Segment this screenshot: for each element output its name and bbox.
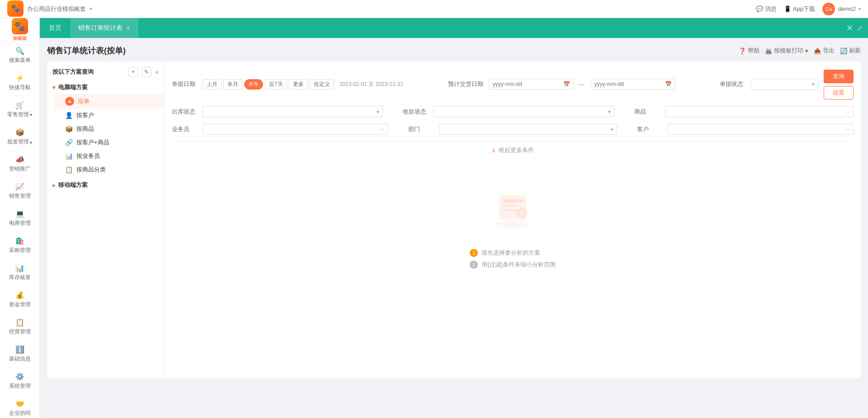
sidebar-item-operations[interactable]: 📋 经营管理 — [0, 314, 39, 341]
username: demo2 — [838, 5, 856, 12]
message-btn[interactable]: 💬 消息 — [756, 5, 777, 13]
ecom-icon: 💻 — [15, 209, 24, 218]
empty-illustration: ? — [486, 186, 540, 240]
sidebar-item-finance-label: 资金管理 — [9, 301, 31, 309]
date-start-input[interactable] — [489, 79, 574, 90]
salesperson-label: 业务员 — [172, 125, 197, 133]
sidebar-item-purchase[interactable]: 🛍️ 采购管理 — [0, 232, 39, 259]
search-btn[interactable]: 查询 — [824, 70, 854, 83]
payment-status-select[interactable] — [434, 106, 614, 117]
sidebar-item-retail[interactable]: 🛒 零售管理 ▾ — [0, 96, 39, 124]
content-area: 首页 销售订单统计表 × ✕ ⤢ 销售订单统计表(按单) ❓ 帮助 — [40, 18, 868, 418]
calendar-start-icon: 📅 — [563, 81, 570, 87]
wholesale-label-wrapper: 批发管理 ▴ — [7, 138, 32, 146]
filter-row-1: 单据日期 上月 本月 本年 近7天 更多 自定义 2023-01-01 至 20… — [172, 69, 854, 100]
tab-close-btn[interactable]: × — [126, 24, 130, 32]
top-bar-left: 🐾 办公用品行业模拟账套 ▾ — [7, 0, 92, 18]
refresh-btn[interactable]: 🔄 刷新 — [840, 47, 861, 55]
tree-item-by-customer-label: 按客户 — [76, 111, 94, 119]
close-window-btn[interactable]: ✕ — [846, 23, 853, 33]
customer-input-wrapper[interactable]: ··· — [668, 124, 854, 135]
tree-parent-mobile[interactable]: ▸ 移动端方案 — [47, 178, 164, 192]
date-end-input[interactable] — [590, 79, 675, 90]
product-label: 商品 — [634, 108, 660, 116]
sidebar-item-finance[interactable]: 💰 资金管理 — [0, 286, 39, 314]
sidebar-item-quick-nav[interactable]: ⚡ 快捷导航 — [0, 69, 39, 96]
logo-icon: 🐾 — [7, 0, 24, 17]
settings-btn[interactable]: 设置 — [824, 86, 854, 100]
sidebar-item-inventory[interactable]: 📊 库存核算 — [0, 259, 39, 286]
salesperson-input-wrapper[interactable]: ··· — [203, 124, 388, 135]
tree-item-by-category[interactable]: 📋 按商品分类 — [54, 163, 164, 176]
date-btn-custom[interactable]: 自定义 — [310, 79, 334, 90]
tree-item-by-product-icon: 📦 — [65, 125, 73, 133]
enterprise-icon: 🤝 — [15, 399, 24, 408]
app-download-btn[interactable]: 📱 App下载 — [784, 5, 815, 13]
refresh-icon: 🔄 — [840, 48, 847, 54]
maximize-btn[interactable]: ⤢ — [857, 24, 863, 33]
customer-dots-icon: ··· — [844, 126, 849, 133]
department-select[interactable] — [439, 124, 617, 135]
sidebar-item-ecom-label: 电商管理 — [9, 219, 31, 227]
export-btn[interactable]: 📤 导出 — [814, 47, 835, 55]
date-dash: — — [579, 81, 585, 88]
sidebar-item-basic[interactable]: ℹ️ 基础信息 — [0, 341, 39, 368]
user-dropdown-icon: ▾ — [859, 6, 861, 11]
sidebar-item-ecom[interactable]: 💻 电商管理 — [0, 205, 39, 232]
tree-item-by-product[interactable]: 📦 按商品 — [54, 122, 164, 136]
tab-home[interactable]: 首页 — [40, 18, 71, 38]
tree-parent-pc-label: 电脑端方案 — [58, 83, 88, 91]
sidebar-item-enterprise[interactable]: 🤝 企业协同 — [0, 395, 39, 418]
page-title: 销售订单统计表(按单) — [47, 45, 126, 56]
empty-hint-2: 2 用[过滤]条件来缩小分析范围 — [470, 261, 555, 269]
edit-scheme-btn[interactable]: ✎ — [142, 67, 151, 77]
sidebar-item-sales[interactable]: 📈 销售管理 — [0, 178, 39, 205]
tree-item-by-cust-prod[interactable]: 🔗 按客户+商品 — [54, 136, 164, 149]
quick-nav-icon: ⚡ — [15, 74, 24, 82]
sidebar-item-sales-label: 销售管理 — [9, 192, 31, 200]
add-scheme-btn[interactable]: + — [128, 67, 138, 77]
sidebar-item-system[interactable]: ⚙️ 系统管理 — [0, 368, 39, 395]
delivery-status-select-wrapper — [203, 106, 383, 117]
user-info[interactable]: Ea demo2 ▾ — [822, 3, 861, 15]
date-btn-group: 上月 本月 本年 近7天 更多 自定义 — [203, 79, 334, 90]
sidebar-item-search-label: 搜索菜单 — [9, 57, 31, 64]
tab-active[interactable]: 销售订单统计表 × — [71, 18, 138, 38]
finance-icon: 💰 — [15, 291, 24, 299]
retail-label-wrapper: 零售管理 ▾ — [7, 111, 32, 119]
department-label: 部门 — [408, 125, 434, 133]
date-btn-this-month[interactable]: 本月 — [223, 79, 242, 90]
print-template-btn[interactable]: 🖨️ 按模板打印 ▾ — [765, 47, 808, 55]
wholesale-arrow-icon: ▴ — [30, 139, 32, 144]
hint-text-2: 用[过滤]条件来缩小分析范围 — [481, 261, 555, 269]
empty-hint-1: 1 请先选择要分析的方案 — [470, 249, 555, 257]
svg-rect-3 — [503, 205, 516, 207]
sidebar-item-marketing[interactable]: 📣 营销推广 — [0, 151, 39, 178]
date-btn-more[interactable]: 更多 — [289, 79, 308, 90]
help-btn[interactable]: ❓ 帮助 — [739, 47, 760, 55]
delivery-status-select[interactable] — [203, 106, 383, 117]
page-header: 销售订单统计表(按单) ❓ 帮助 🖨️ 按模板打印 ▾ 📤 导出 — [47, 45, 861, 56]
customer-label: 客户 — [637, 125, 662, 133]
tree-item-by-salesperson[interactable]: 📊 按业务员 — [54, 149, 164, 163]
date-btn-last-7-days[interactable]: 近7天 — [265, 79, 287, 90]
svg-point-0 — [495, 221, 531, 228]
sidebar-item-wholesale[interactable]: 📦 批发管理 ▴ — [0, 124, 39, 151]
product-input-wrapper[interactable]: ··· — [665, 106, 854, 117]
app-title-dropdown[interactable]: ▾ — [90, 6, 92, 12]
sidebar-item-search[interactable]: 🔍 搜索菜单 — [0, 42, 39, 69]
tree-parent-pc[interactable]: ▾ 电脑端方案 — [47, 81, 164, 94]
main-layout: 🐾 标账版 🔍 搜索菜单 ⚡ 快捷导航 🛒 零售管理 ▾ 📦 批发管理 ▴ — [0, 18, 868, 418]
calendar-end-icon: 📅 — [665, 81, 672, 87]
date-end-wrapper: 📅 — [590, 79, 675, 90]
tab-bar-right-actions: ✕ ⤢ — [841, 18, 868, 38]
collapse-left-panel-btn[interactable]: « — [155, 68, 159, 76]
tree-item-by-order[interactable]: ● 按单 — [54, 94, 164, 109]
svg-rect-4 — [503, 209, 519, 211]
status-select[interactable] — [750, 79, 818, 90]
date-btn-last-month[interactable]: 上月 — [203, 79, 222, 90]
tree-item-by-customer[interactable]: 👤 按客户 — [54, 109, 164, 122]
date-btn-this-year[interactable]: 本年 — [244, 79, 263, 90]
delivery-status-label: 出库状态 — [172, 108, 197, 116]
collapse-bar[interactable]: ∧ 收起更多条件 — [172, 142, 854, 159]
